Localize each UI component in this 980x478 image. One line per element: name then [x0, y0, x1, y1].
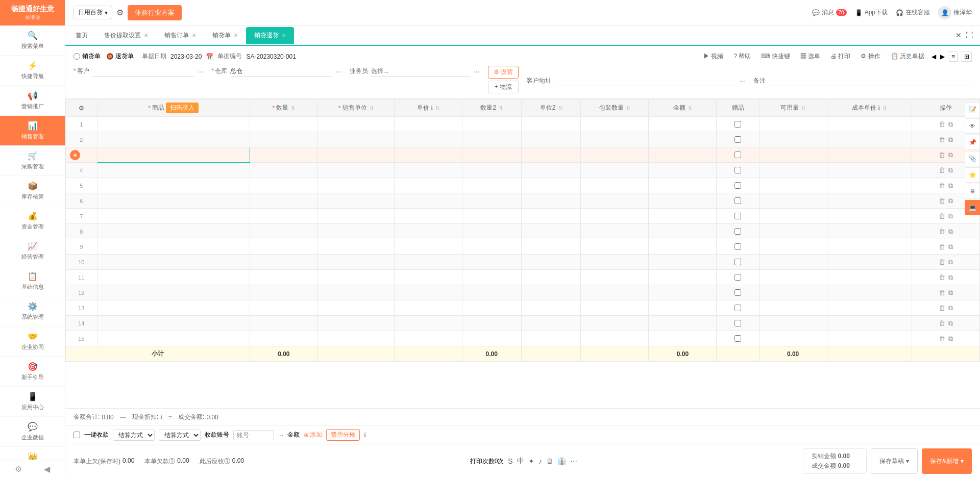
- online-service-btn[interactable]: 🎧 在线客服: [896, 8, 930, 17]
- available-cell-10[interactable]: [759, 255, 827, 270]
- view-toggle-grid[interactable]: ⊞: [962, 52, 972, 62]
- unit2-cell-12[interactable]: [521, 285, 580, 300]
- unit2-sort-icon[interactable]: ⇅: [558, 105, 562, 111]
- unit-price-cell-5[interactable]: [394, 178, 462, 193]
- product-input-8[interactable]: [102, 228, 246, 235]
- gift-cb-5[interactable]: [734, 182, 741, 189]
- amount-cell-3[interactable]: [649, 147, 717, 163]
- col-settings[interactable]: ⚙: [66, 99, 97, 117]
- package-qty-cell-4[interactable]: [581, 163, 649, 178]
- topbar-settings-btn[interactable]: ⚙: [116, 8, 124, 17]
- package-qty-cell-7[interactable]: [581, 209, 649, 224]
- sales-unit-cell-11[interactable]: [317, 270, 394, 285]
- tab-sales-delivery[interactable]: 销货单✕: [204, 27, 246, 44]
- table-scroll[interactable]: ⚙ * 商品 扫码录入 *数量⇅: [65, 99, 980, 408]
- available-cell-8[interactable]: [759, 224, 827, 239]
- amount-cell-2[interactable]: [649, 132, 717, 147]
- unit2-cell-9[interactable]: [521, 239, 580, 255]
- gift-cell-3[interactable]: [717, 147, 759, 163]
- package-qty-cell-15[interactable]: [581, 331, 649, 346]
- radio-sales[interactable]: 销货单: [74, 52, 101, 61]
- calendar-icon[interactable]: 📅: [206, 53, 213, 60]
- cost-info-icon[interactable]: ℹ: [878, 105, 880, 111]
- sidebar-item-member[interactable]: 👑畅会员: [0, 447, 65, 460]
- cost-price-cell-13[interactable]: [827, 300, 912, 316]
- gift-cell-1[interactable]: [717, 117, 759, 132]
- right-float-btn-rf6[interactable]: 🖥: [965, 184, 980, 199]
- gift-cb-6[interactable]: [734, 197, 741, 204]
- qty2-cell-5[interactable]: [462, 178, 521, 193]
- gift-cb-9[interactable]: [734, 243, 741, 250]
- gift-cb-14[interactable]: [734, 320, 741, 326]
- qty-cell-1[interactable]: [250, 117, 317, 132]
- qty-cell-3[interactable]: [250, 147, 317, 163]
- available-cell-4[interactable]: [759, 163, 827, 178]
- package-qty-cell-11[interactable]: [581, 270, 649, 285]
- settings-side-btn[interactable]: ⚙ 设置: [488, 66, 519, 79]
- sidebar-item-system[interactable]: ⚙️系统管理: [0, 296, 65, 326]
- unit-price-cell-8[interactable]: [394, 224, 462, 239]
- qty-cell-13[interactable]: [250, 300, 317, 316]
- product-cell-15[interactable]: [97, 331, 250, 346]
- unit-price-cell-15[interactable]: [394, 331, 462, 346]
- qty-cell-11[interactable]: [250, 270, 317, 285]
- qty2-cell-1[interactable]: [462, 117, 521, 132]
- gift-cb-7[interactable]: [734, 213, 741, 219]
- amount-cell-7[interactable]: [649, 209, 717, 224]
- qty-cell-10[interactable]: [250, 255, 317, 270]
- product-cell-9[interactable]: [97, 239, 250, 255]
- qty-cell-4[interactable]: [250, 163, 317, 178]
- delete-row-btn-7[interactable]: 🗑: [939, 212, 945, 220]
- sidebar-item-app-center[interactable]: 📱应用中心: [0, 387, 65, 417]
- product-cell-12[interactable]: [97, 285, 250, 300]
- cost-price-cell-9[interactable]: [827, 239, 912, 255]
- gift-cb-12[interactable]: [734, 289, 741, 296]
- sales-unit-cell-13[interactable]: [317, 300, 394, 316]
- warehouse-input[interactable]: [230, 66, 332, 77]
- product-input-1[interactable]: [102, 121, 246, 128]
- account-input[interactable]: [233, 430, 274, 440]
- remark-input[interactable]: [769, 76, 972, 86]
- product-input-13[interactable]: [102, 305, 246, 312]
- fee-split-btn[interactable]: 费用分摊: [326, 429, 360, 441]
- toolbar-icon-6[interactable]: 👔: [557, 457, 566, 465]
- available-cell-9[interactable]: [759, 239, 827, 255]
- unit2-cell-11[interactable]: [521, 270, 580, 285]
- toolbar-icon-3[interactable]: ✦: [528, 457, 534, 465]
- fullscreen-btn[interactable]: ⛶: [965, 30, 974, 40]
- unit2-cell-8[interactable]: [521, 224, 580, 239]
- toolbar-icon-1[interactable]: S: [508, 457, 512, 465]
- product-cell-5[interactable]: [97, 178, 250, 193]
- sidebar-item-operation[interactable]: 📈经营管理: [0, 236, 65, 266]
- package-qty-cell-13[interactable]: [581, 300, 649, 316]
- available-cell-5[interactable]: [759, 178, 827, 193]
- shortcut-btn[interactable]: ⌨ 快捷键: [758, 51, 793, 62]
- sales-unit-cell-9[interactable]: [317, 239, 394, 255]
- sidebar-item-cooperation[interactable]: 🤝企业协同: [0, 326, 65, 357]
- qty-sort-icon[interactable]: ⇅: [291, 105, 295, 111]
- cost-price-cell-6[interactable]: [827, 193, 912, 209]
- available-cell-2[interactable]: [759, 132, 827, 147]
- available-cell-3[interactable]: [759, 147, 827, 163]
- unit-price-cell-2[interactable]: [394, 132, 462, 147]
- copy-row-btn-7[interactable]: ⧉: [948, 212, 953, 220]
- product-input-10[interactable]: [102, 259, 246, 266]
- gift-cb-8[interactable]: [734, 228, 741, 235]
- qty2-cell-9[interactable]: [462, 239, 521, 255]
- package-qty-cell-9[interactable]: [581, 239, 649, 255]
- price-sort-icon[interactable]: ⇅: [435, 105, 439, 111]
- cost-price-cell-7[interactable]: [827, 209, 912, 224]
- product-cell-8[interactable]: [97, 224, 250, 239]
- unit-price-cell-6[interactable]: [394, 193, 462, 209]
- product-cell-4[interactable]: [97, 163, 250, 178]
- amount-cell-5[interactable]: [649, 178, 717, 193]
- trial-btn[interactable]: 体验行业方案: [128, 5, 182, 20]
- scan-btn[interactable]: 扫码录入: [166, 103, 199, 113]
- copy-row-btn-14[interactable]: ⧉: [948, 319, 953, 328]
- unit-price-cell-10[interactable]: [394, 255, 462, 270]
- product-cell-7[interactable]: [97, 209, 250, 224]
- gift-cb-11[interactable]: [734, 274, 741, 281]
- copy-row-btn-6[interactable]: ⧉: [948, 197, 953, 205]
- qty-cell-2[interactable]: [250, 132, 317, 147]
- nav-next-icon[interactable]: ▶: [940, 53, 945, 60]
